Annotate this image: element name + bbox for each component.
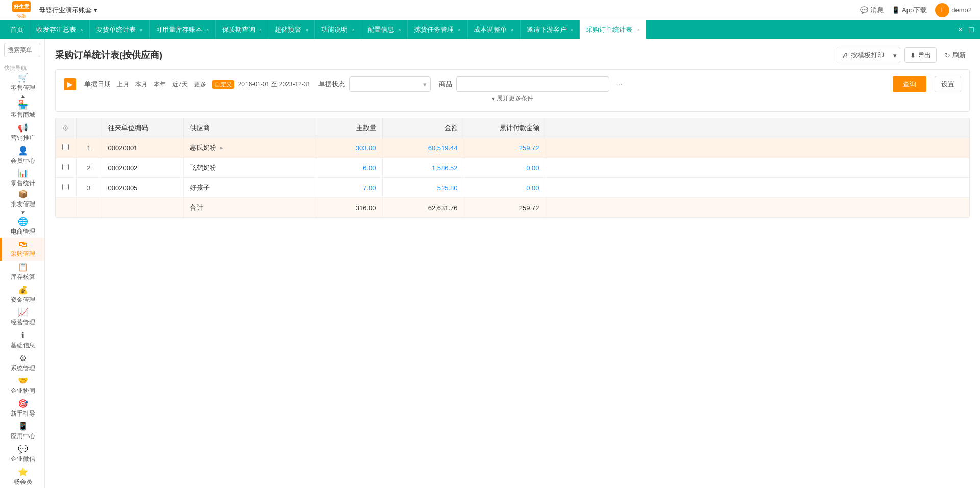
goods-input[interactable] <box>456 76 609 92</box>
sidebar-item-inventory-check[interactable]: 📋 库存核算 <box>0 261 44 284</box>
print-dropdown-btn[interactable]: ▾ <box>890 47 900 63</box>
export-btn[interactable]: ⬇ 导出 <box>904 47 937 63</box>
nav-tab-home[interactable]: 首页 <box>4 20 30 39</box>
th-extra <box>546 118 969 138</box>
status-select[interactable] <box>349 76 431 92</box>
tab-close-icon[interactable]: × <box>398 27 401 33</box>
sidebar-item-finance-mgmt[interactable]: 💰 资金管理 <box>0 283 44 306</box>
sidebar-item-label: 采购管理 <box>11 250 35 259</box>
tab-close-icon[interactable]: × <box>206 27 209 33</box>
close-window-icon[interactable]: × <box>956 23 965 36</box>
settings-btn[interactable]: 设置 <box>935 76 961 92</box>
sidebar-item-member-center[interactable]: 👤 会员中心 <box>0 144 44 167</box>
nav-tab-config-info[interactable]: 配置信息 × <box>361 20 408 39</box>
row-checkbox[interactable] <box>56 178 76 198</box>
message-btn[interactable]: 💬 消息 <box>860 6 884 15</box>
tab-close-icon[interactable]: × <box>80 27 83 33</box>
app-download-btn[interactable]: 📱 App下载 <box>892 6 927 15</box>
sidebar-item-member[interactable]: ⭐ 畅会员 <box>0 465 44 488</box>
nav-tab-pick-task[interactable]: 拣货任务管理 × <box>408 20 468 39</box>
tab-label: 配置信息 <box>368 25 394 34</box>
row-qty[interactable]: 7.00 <box>316 178 382 198</box>
sidebar-item-system-mgmt[interactable]: ⚙ 系统管理 <box>0 351 44 374</box>
logo: 好生意 标版 <box>8 1 35 19</box>
settings-btn-label: 设置 <box>941 80 954 88</box>
date-shortcut-this-year[interactable]: 本年 <box>152 80 168 89</box>
nav-tab-expiry-query[interactable]: 保质期查询 × <box>216 20 269 39</box>
nav-tab-receipt-summary[interactable]: 收发存汇总表 × <box>30 20 90 39</box>
table-row: 3 00020005 好孩子 7.00 525.80 0.00 <box>56 178 969 198</box>
nav-tab-cost-adjust[interactable]: 成本调整单 × <box>468 20 521 39</box>
sidebar-item-label: 企业微信 <box>11 455 35 464</box>
expand-more-btn[interactable]: ▾ 展开更多条件 <box>485 92 540 105</box>
sidebar-item-basic-info[interactable]: ℹ 基础信息 <box>0 329 44 352</box>
filter-toggle-btn[interactable]: ▶ <box>64 78 76 90</box>
row-checkbox[interactable] <box>56 138 76 158</box>
tab-label: 拣货任务管理 <box>414 25 454 34</box>
user-profile[interactable]: E demo2 <box>935 3 972 17</box>
message-label: 消息 <box>870 6 884 15</box>
row-amount[interactable]: 60,519.44 <box>382 138 464 158</box>
nav-tab-function-desc[interactable]: 功能说明 × <box>315 20 361 39</box>
tab-close-icon[interactable]: × <box>458 27 461 33</box>
refresh-btn[interactable]: ↻ 刷新 <box>941 48 970 62</box>
row-checkbox[interactable] <box>56 158 76 178</box>
nav-tab-invite-downstream[interactable]: 邀请下游客户 × <box>521 20 580 39</box>
tab-close-icon[interactable]: × <box>571 27 574 33</box>
date-shortcut-this-month[interactable]: 本月 <box>133 80 150 89</box>
row-paid[interactable]: 0.00 <box>464 158 546 178</box>
nav-window-controls: × □ <box>956 23 976 36</box>
tab-close-icon[interactable]: × <box>511 27 514 33</box>
row-qty[interactable]: 303.00 <box>316 138 382 158</box>
sidebar-item-retail-mgmt[interactable]: 🛒 零售管理 ▲ <box>0 73 44 98</box>
search-input[interactable] <box>4 43 40 57</box>
tab-close-icon[interactable]: × <box>305 27 308 33</box>
query-btn[interactable]: 查询 <box>893 76 926 92</box>
date-shortcut-last-month[interactable]: 上月 <box>115 80 131 89</box>
row-checkbox-input[interactable] <box>62 164 69 170</box>
date-shortcut-7days[interactable]: 近7天 <box>170 80 190 89</box>
sidebar-item-label: 零售统计 <box>11 179 35 188</box>
nav-tab-available-stock[interactable]: 可用量库存账本 × <box>150 20 216 39</box>
tab-label: 可用量库存账本 <box>156 25 202 34</box>
top-bar-left: 好生意 标版 母婴行业演示账套 ▾ <box>8 1 97 19</box>
row-supplier: 惠氏奶粉 ▸ <box>183 138 316 158</box>
sidebar-item-label: 电商管理 <box>11 227 35 236</box>
th-settings[interactable]: ⚙ <box>56 118 76 138</box>
sidebar-item-retail-store[interactable]: 🏪 零售商城 <box>0 98 44 121</box>
row-amount[interactable]: 525.80 <box>382 178 464 198</box>
print-template-btn[interactable]: 🖨 按模板打印 <box>837 47 889 63</box>
sidebar-item-app-center[interactable]: 📱 应用中心 <box>0 420 44 443</box>
sidebar-item-ecom-mgmt[interactable]: 🌐 电商管理 <box>0 215 44 238</box>
nav-tab-overstock-warning[interactable]: 超储预警 × <box>268 20 315 39</box>
app-body: 快捷导航 🛒 零售管理 ▲ 🏪 零售商城 📢 营销推广 👤 会员中心 📊 零售统… <box>0 39 980 488</box>
nav-tab-purchase-summary[interactable]: 采购订单统计表 × <box>580 20 646 39</box>
workspace-selector[interactable]: 母婴行业演示账套 ▾ <box>39 6 97 15</box>
sidebar-item-purchase-mgmt[interactable]: 🛍 采购管理 <box>0 238 44 261</box>
tab-close-icon[interactable]: × <box>636 27 640 33</box>
sidebar-item-marketing[interactable]: 📢 营销推广 <box>0 121 44 144</box>
row-paid[interactable]: 259.72 <box>464 138 546 158</box>
sidebar-item-enterprise-collab[interactable]: 🤝 企业协同 <box>0 374 44 397</box>
date-shortcut-more[interactable]: 更多 <box>192 80 208 89</box>
tab-close-icon[interactable]: × <box>352 27 355 33</box>
row-checkbox-input[interactable] <box>62 144 69 150</box>
row-checkbox-input[interactable] <box>62 184 69 190</box>
column-settings-icon[interactable]: ⚙ <box>62 124 69 132</box>
sidebar-item-ops-mgmt[interactable]: 📈 经营管理 <box>0 306 44 329</box>
goods-more-btn[interactable]: ··· <box>614 80 624 89</box>
nav-tab-requisition-summary[interactable]: 要货单统计表 × <box>90 20 150 39</box>
sidebar-item-retail-stats[interactable]: 📊 零售统计 <box>0 167 44 190</box>
row-qty[interactable]: 6.00 <box>316 158 382 178</box>
sidebar-item-wholesale-mgmt[interactable]: 📦 批发管理 ▼ <box>0 190 44 215</box>
sidebar-item-new-guide[interactable]: 🎯 新手引导 <box>0 397 44 420</box>
tab-close-icon[interactable]: × <box>140 27 143 33</box>
row-paid[interactable]: 0.00 <box>464 178 546 198</box>
refresh-label: 刷新 <box>952 50 966 60</box>
table-body: 1 00020001 惠氏奶粉 ▸ 303.00 60,519.44 259.7… <box>56 138 969 198</box>
sidebar-item-enterprise-wechat[interactable]: 💬 企业微信 <box>0 443 44 466</box>
tab-close-icon[interactable]: × <box>259 27 262 33</box>
expand-window-icon[interactable]: □ <box>967 23 976 36</box>
row-amount[interactable]: 1,586.52 <box>382 158 464 178</box>
row-supplier: 飞鹤奶粉 <box>183 158 316 178</box>
